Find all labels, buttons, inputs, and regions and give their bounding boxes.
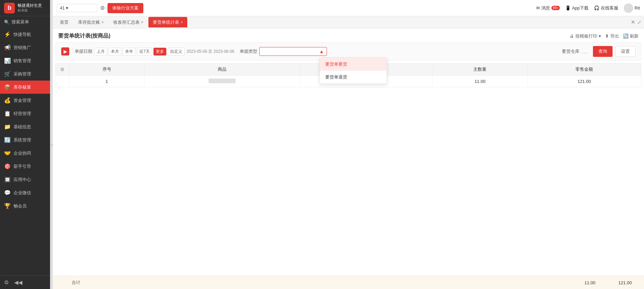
print-icon: 🖨	[570, 34, 574, 39]
wechat-icon: 💬	[4, 190, 11, 196]
app-download-action[interactable]: 📱 App下载	[565, 5, 589, 11]
print-chevron-icon: ▾	[599, 34, 601, 39]
tab-collect-summary[interactable]: 收发存汇总表 ×	[109, 17, 148, 27]
tab-close-collect-summary[interactable]: ×	[141, 20, 143, 25]
filter-expand-btn[interactable]: ▶	[61, 47, 69, 55]
settings-btn[interactable]: 设置	[615, 46, 636, 57]
sidebar: b 畅捷通好生意 标准版 🔍 搜索菜单 ⚡ 快捷导航 📢 营销推广 📊 销售管理…	[0, 0, 50, 289]
footer-amount: 121.00	[612, 280, 639, 285]
col-header-settings: ⚙	[56, 64, 69, 75]
home-tab-label: 首页	[60, 19, 69, 25]
sidebar-item-label: 经营管理	[14, 111, 31, 117]
date-filter-label: 单据日期	[75, 48, 92, 54]
type-input[interactable]	[262, 49, 319, 54]
tab-order-stats[interactable]: 要货单统计表 ×	[148, 17, 187, 27]
sidebar-item-guide[interactable]: 🎯 新手引导	[0, 160, 50, 173]
refresh-icon: 🔄	[623, 34, 628, 39]
footer-qty: 11.00	[576, 280, 603, 285]
tab-home[interactable]: 首页	[55, 17, 73, 27]
page-content: 要货单统计表(按商品) 🖨 按模板打印 ▾ ⬆ 导出 🔄 刷新 ▶	[53, 28, 644, 289]
sidebar-item-label: 资金管理	[14, 97, 31, 104]
export-label: 导出	[610, 33, 619, 39]
sidebar-item-system[interactable]: 🔄 系统管理	[0, 133, 50, 147]
page-header: 要货单统计表(按商品) 🖨 按模板打印 ▾ ⬆ 导出 🔄 刷新	[53, 28, 644, 42]
sidebar-item-inventory[interactable]: 📦 库存核算	[0, 81, 50, 94]
user-profile[interactable]: Rit	[624, 3, 640, 13]
dropdown-item-label: 要货单退货	[325, 74, 347, 80]
chevron-down-icon: ▾	[66, 5, 68, 10]
tab-inventory-batch[interactable]: 库存批次账 ×	[74, 17, 108, 27]
sidebar-search-item[interactable]: 🔍 搜索菜单	[0, 16, 50, 28]
tab-close-order-stats[interactable]: ×	[181, 20, 183, 25]
trial-btn[interactable]: 体验行业方案	[108, 3, 143, 13]
sidebar-item-basic-info[interactable]: 📁 基础信息	[0, 120, 50, 133]
sidebar-item-wechat[interactable]: 💬 企业微信	[0, 186, 50, 199]
collapse-icon[interactable]: ◀◀	[14, 279, 22, 286]
date-btn-more[interactable]: 更多	[153, 48, 166, 55]
search-icon: 🔍	[4, 20, 9, 25]
sidebar-item-app-center[interactable]: 🔲 应用中心	[0, 173, 50, 186]
dropdown-item-yh-order[interactable]: 要货单要货	[320, 58, 387, 71]
refresh-btn[interactable]: 🔄 刷新	[623, 33, 639, 39]
username: Rit	[635, 5, 640, 10]
sidebar-collapse-handle[interactable]: ◁	[50, 0, 53, 289]
type-select-box[interactable]: ▲	[259, 47, 327, 56]
warehouse-more-icon[interactable]: …	[581, 48, 588, 55]
order-stats-tab-label: 要货单统计表	[153, 19, 179, 25]
sidebar-item-marketing[interactable]: 📢 营销推广	[0, 41, 50, 54]
branch-selector[interactable]: 41 ▾	[57, 4, 97, 12]
messages-action[interactable]: ✉ 消息 99+	[536, 5, 560, 11]
quick-nav-icon: ⚡	[4, 31, 11, 38]
sidebar-bottom: ⚙ ◀◀	[0, 275, 50, 289]
cell-no: 1	[69, 75, 145, 87]
online-service-action[interactable]: 🎧 在线客服	[594, 5, 618, 11]
sidebar-item-quick-nav[interactable]: ⚡ 快捷导航	[0, 28, 50, 41]
topbar-gear-icon[interactable]: ⚙	[100, 5, 105, 11]
purchase-icon: 🛒	[4, 71, 11, 77]
date-btn-this-month[interactable]: 本月	[109, 48, 121, 55]
date-btn-last-month[interactable]: 上月	[94, 48, 107, 55]
sidebar-item-operations[interactable]: 📋 经营管理	[0, 107, 50, 120]
topbar: 41 ▾ ⚙ 体验行业方案 ✉ 消息 99+ 📱 App下载 🎧 在线客服 Ri…	[53, 0, 644, 16]
tab-close-inventory-batch[interactable]: ×	[101, 20, 104, 25]
column-settings-icon[interactable]: ⚙	[60, 67, 65, 72]
sidebar-logo: b 畅捷通好生意 标准版	[0, 0, 50, 16]
app-center-icon: 🔲	[4, 176, 11, 183]
sidebar-item-purchase[interactable]: 🛒 采购管理	[0, 67, 50, 81]
type-select-chevron-icon[interactable]: ▲	[319, 49, 324, 54]
inventory-batch-tab-label: 库存批次账	[78, 19, 100, 25]
table-footer: 合计 11.00 121.00	[53, 276, 644, 289]
col-header-no: 序号	[69, 64, 145, 75]
sidebar-item-label: 企业协同	[14, 150, 31, 156]
warehouse-filter-label: 要货仓库	[562, 48, 579, 54]
sidebar-item-sales[interactable]: 📊 销售管理	[0, 54, 50, 67]
sidebar-item-finance[interactable]: 💰 资金管理	[0, 94, 50, 107]
close-all-tabs-button[interactable]: ✕	[631, 19, 635, 25]
date-btn-last-7days[interactable]: 近7天	[137, 48, 152, 55]
date-btn-custom[interactable]: 自定义	[168, 48, 185, 55]
dropdown-item-yh-return[interactable]: 要货单退货	[320, 71, 387, 84]
page-title: 要货单统计表(按商品)	[58, 32, 111, 40]
sidebar-item-enterprise[interactable]: 🤝 企业协同	[0, 147, 50, 160]
refresh-label: 刷新	[630, 33, 639, 39]
filter-buttons: 查询 设置	[593, 46, 636, 57]
print-btn[interactable]: 🖨 按模板打印 ▾	[570, 33, 601, 39]
system-icon: 🔄	[4, 137, 11, 143]
operations-icon: 📋	[4, 110, 11, 117]
blurred-product	[209, 79, 236, 83]
sidebar-item-label: 快捷导航	[14, 31, 31, 38]
app-logo-icon: b	[4, 3, 15, 14]
query-btn[interactable]: 查询	[593, 46, 613, 57]
cell-qty: 11.00	[433, 75, 527, 87]
sidebar-item-members[interactable]: 🏆 畅会员	[0, 199, 50, 213]
expand-tabs-button[interactable]: ⤢	[637, 20, 641, 25]
sidebar-item-label: 系统管理	[14, 137, 31, 143]
print-label: 按模板打印	[575, 33, 597, 39]
settings-icon[interactable]: ⚙	[4, 279, 9, 286]
sidebar-search-label: 搜索菜单	[11, 19, 29, 25]
sidebar-item-label: 新手引导	[14, 163, 31, 170]
enterprise-icon: 🤝	[4, 150, 11, 156]
export-btn[interactable]: ⬆ 导出	[605, 33, 619, 39]
cell-product	[144, 75, 300, 87]
date-btn-this-year[interactable]: 本年	[123, 48, 136, 55]
